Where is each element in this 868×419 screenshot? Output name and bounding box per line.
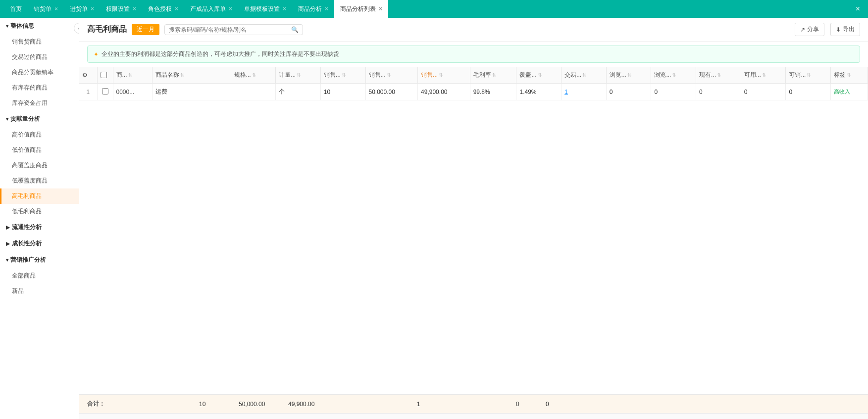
sidebar-group-contribution[interactable]: ▾ 贡献量分析 bbox=[0, 111, 79, 127]
col-gross-rate[interactable]: 毛利率⇅ bbox=[470, 67, 516, 84]
group-arrow-overall: ▾ bbox=[6, 23, 8, 29]
sort-icon-transactions[interactable]: ⇅ bbox=[582, 72, 586, 78]
col-stock1[interactable]: 现有...⇅ bbox=[696, 67, 741, 84]
nav-product-inbound[interactable]: 产成品入库单 × bbox=[184, 0, 238, 18]
footer-cell-sales3-val: 49,900.00 bbox=[285, 401, 335, 408]
sidebar-item-new-goods[interactable]: 新品 bbox=[0, 283, 79, 299]
close-role-auth[interactable]: × bbox=[175, 5, 178, 12]
row-checkbox[interactable] bbox=[102, 88, 108, 94]
sort-icon-sales3[interactable]: ⇅ bbox=[439, 72, 443, 78]
transaction-link[interactable]: 1 bbox=[564, 89, 568, 95]
cell-stock3: 0 bbox=[786, 84, 831, 100]
footer-cell-stock1-val: 0 bbox=[513, 401, 543, 408]
sidebar-item-low-margin[interactable]: 低毛利商品 bbox=[0, 204, 79, 219]
export-icon: ⬇ bbox=[836, 26, 841, 33]
close-permission-settings[interactable]: × bbox=[133, 5, 136, 12]
footer-cell-stock2-val: 0 bbox=[543, 401, 572, 408]
close-product-analysis[interactable]: × bbox=[325, 5, 328, 12]
group-arrow-marketing: ▾ bbox=[6, 257, 8, 263]
close-product-inbound[interactable]: × bbox=[229, 5, 232, 12]
col-sales3[interactable]: 销售...⇅ bbox=[418, 67, 470, 84]
window-close-button[interactable]: × bbox=[852, 4, 864, 13]
col-views1[interactable]: 浏览...⇅ bbox=[606, 67, 651, 84]
search-input[interactable] bbox=[169, 26, 291, 33]
sidebar-group-marketing[interactable]: ▾ 营销推广分析 bbox=[0, 252, 79, 268]
col-settings[interactable]: ⚙ bbox=[79, 67, 97, 84]
sort-icon-views1[interactable]: ⇅ bbox=[627, 72, 631, 78]
sort-icon-tag[interactable]: ⇅ bbox=[847, 72, 851, 78]
nav-sales-order[interactable]: 销货单 × bbox=[28, 0, 64, 18]
nav-role-auth[interactable]: 角色授权 × bbox=[142, 0, 184, 18]
sort-icon-views2[interactable]: ⇅ bbox=[672, 72, 676, 78]
sidebar-item-all-goods[interactable]: 全部商品 bbox=[0, 268, 79, 283]
bottom-scrollbar[interactable] bbox=[79, 413, 868, 419]
nav-template-settings[interactable]: 单据模板设置 × bbox=[238, 0, 292, 18]
col-stock2[interactable]: 可用...⇅ bbox=[741, 67, 786, 84]
sidebar-group-overall[interactable]: ▾ 整体信息 bbox=[0, 18, 79, 34]
header-actions: ↗ 分享 ⬇ 导出 bbox=[795, 23, 860, 36]
top-navigation: 首页 销货单 × 进货单 × 权限设置 × 角色授权 × 产成品入库单 × 单据… bbox=[0, 0, 868, 18]
select-all-checkbox[interactable] bbox=[101, 72, 107, 78]
sidebar-item-traded-goods[interactable]: 交易过的商品 bbox=[0, 49, 79, 65]
footer-total: 合计： 10 50,000.00 49,900.00 1 0 0 bbox=[79, 394, 868, 413]
sidebar-group-growth[interactable]: ▶ 成长性分析 bbox=[0, 235, 79, 252]
close-template-settings[interactable]: × bbox=[283, 5, 286, 12]
sort-icon-code[interactable]: ⇅ bbox=[128, 72, 132, 78]
sidebar: « ▾ 整体信息 销售货商品 交易过的商品 商品分贡献销率 有库存的商品 库存资… bbox=[0, 18, 79, 419]
sidebar-item-low-coverage[interactable]: 低覆盖度商品 bbox=[0, 173, 79, 188]
search-icon[interactable]: 🔍 bbox=[291, 26, 299, 33]
nav-home[interactable]: 首页 bbox=[4, 0, 28, 18]
col-views2[interactable]: 浏览...⇅ bbox=[651, 67, 696, 84]
sidebar-item-high-value[interactable]: 高价值商品 bbox=[0, 127, 79, 142]
close-product-analysis-list[interactable]: × bbox=[379, 5, 382, 12]
close-sales-order[interactable]: × bbox=[54, 5, 58, 12]
sort-icon-stock2[interactable]: ⇅ bbox=[762, 72, 766, 78]
sort-icon-gross[interactable]: ⇅ bbox=[492, 72, 496, 78]
sort-icon-coverage[interactable]: ⇅ bbox=[538, 72, 542, 78]
sidebar-group-liquidity[interactable]: ▶ 流通性分析 bbox=[0, 219, 79, 235]
sort-icon-stock3[interactable]: ⇅ bbox=[807, 72, 811, 78]
col-code[interactable]: 商...⇅ bbox=[113, 67, 152, 84]
sidebar-item-in-stock-goods[interactable]: 有库存的商品 bbox=[0, 80, 79, 95]
sidebar-item-low-value[interactable]: 低价值商品 bbox=[0, 142, 79, 158]
sort-icon-spec[interactable]: ⇅ bbox=[252, 72, 256, 78]
footer-cells: 10 50,000.00 49,900.00 1 0 0 bbox=[137, 401, 860, 408]
sidebar-item-high-margin[interactable]: 高毛利商品 bbox=[0, 188, 79, 204]
col-unit[interactable]: 计量...⇅ bbox=[276, 67, 321, 84]
nav-permission-settings[interactable]: 权限设置 × bbox=[100, 0, 142, 18]
sidebar-item-goods-contribution[interactable]: 商品分贡献销率 bbox=[0, 65, 79, 80]
sidebar-item-sales-goods[interactable]: 销售货商品 bbox=[0, 34, 79, 49]
sort-icon-unit[interactable]: ⇅ bbox=[297, 72, 301, 78]
sort-icon-stock1[interactable]: ⇅ bbox=[717, 72, 721, 78]
nav-product-analysis[interactable]: 商品分析 × bbox=[292, 0, 334, 18]
share-button[interactable]: ↗ 分享 bbox=[795, 23, 824, 36]
group-arrow-growth: ▶ bbox=[6, 241, 10, 246]
share-icon: ↗ bbox=[800, 26, 805, 33]
col-name[interactable]: 商品名称⇅ bbox=[152, 67, 231, 84]
table-row: 1 0000... 运费 个 10 50,000.00 49,900.00 99… bbox=[79, 84, 868, 100]
sidebar-item-stock-capital[interactable]: 库存资金占用 bbox=[0, 95, 79, 111]
col-transactions[interactable]: 交易...⇅ bbox=[562, 67, 607, 84]
col-stock3[interactable]: 可销...⇅ bbox=[786, 67, 831, 84]
col-sales2[interactable]: 销售...⇅ bbox=[365, 67, 418, 84]
col-sales1[interactable]: 销售...⇅ bbox=[320, 67, 365, 84]
col-coverage[interactable]: 覆盖...⇅ bbox=[516, 67, 562, 84]
cell-gross-rate: 99.8% bbox=[470, 84, 516, 100]
settings-icon[interactable]: ⚙ bbox=[82, 72, 88, 79]
nav-product-analysis-list[interactable]: 商品分析列表 × bbox=[334, 0, 388, 18]
close-purchase-order[interactable]: × bbox=[91, 5, 94, 12]
footer-cell-sales2-val: 50,000.00 bbox=[236, 401, 285, 408]
sort-icon-sales1[interactable]: ⇅ bbox=[342, 72, 346, 78]
nav-purchase-order[interactable]: 进货单 × bbox=[64, 0, 100, 18]
col-tag[interactable]: 标签⇅ bbox=[831, 67, 868, 84]
col-checkbox[interactable] bbox=[97, 67, 113, 84]
sidebar-item-high-coverage[interactable]: 高覆盖度商品 bbox=[0, 158, 79, 173]
sort-icon-sales2[interactable]: ⇅ bbox=[387, 72, 391, 78]
col-spec[interactable]: 规格...⇅ bbox=[231, 67, 276, 84]
export-button[interactable]: ⬇ 导出 bbox=[830, 23, 860, 36]
filter-recent-month-button[interactable]: 近一月 bbox=[132, 24, 159, 35]
cell-checkbox[interactable] bbox=[97, 84, 113, 100]
footer-cell-empty1 bbox=[335, 401, 374, 408]
table-container[interactable]: ⚙ 商...⇅ 商品名称⇅ 规格...⇅ bbox=[79, 67, 868, 394]
sort-icon-name[interactable]: ⇅ bbox=[180, 72, 184, 78]
